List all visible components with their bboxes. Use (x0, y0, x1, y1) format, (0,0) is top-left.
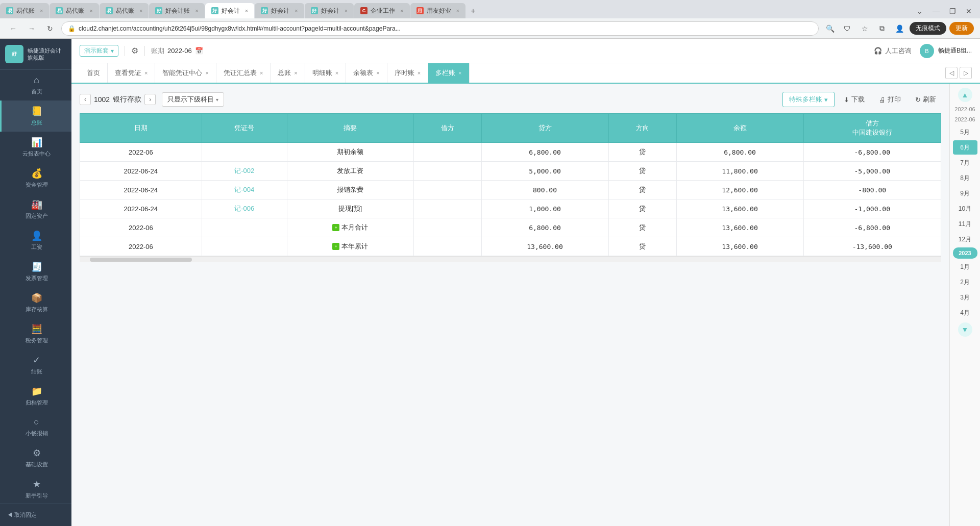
browser-tab-2[interactable]: 易 易代账 × (50, 3, 99, 18)
calendar-month-12[interactable]: 12月 (953, 232, 977, 246)
shield-icon[interactable]: 🛡 (840, 21, 854, 36)
voucher-link-2[interactable]: 记-002 (234, 167, 254, 174)
tab-view-voucher[interactable]: 查看凭证 × (108, 63, 155, 83)
sidebar-item-archive[interactable]: 📁 归档管理 (0, 381, 71, 412)
guide-icon: ★ (33, 479, 41, 490)
browser-tab-9[interactable]: 用 用友好业 × (410, 3, 465, 18)
sidebar-item-funds[interactable]: 💰 资金管理 (0, 163, 71, 194)
tab-voucher-summary-close[interactable]: × (260, 70, 263, 76)
tab-close-2[interactable]: × (89, 8, 92, 14)
calendar-month-9[interactable]: 9月 (953, 186, 977, 201)
browser-tab-4[interactable]: 好 好会计账 × (149, 3, 204, 18)
sidebar-item-xiaochang[interactable]: ○ 小畅报销 (0, 412, 71, 442)
tab-view-voucher-close[interactable]: × (144, 70, 148, 76)
tab-close-9[interactable]: × (456, 8, 459, 14)
browser-tab-7[interactable]: 好 好会计 × (305, 3, 354, 18)
horizontal-scrollbar[interactable] (80, 256, 941, 262)
voucher-link-4[interactable]: 记-006 (234, 205, 254, 212)
browser-tab-8[interactable]: C 企业工作 × (354, 3, 409, 18)
calendar-month-10[interactable]: 10月 (953, 202, 977, 216)
search-icon[interactable]: 🔍 (823, 21, 837, 36)
tab-sequence-ledger-close[interactable]: × (418, 70, 421, 76)
sidebar-item-salary[interactable]: 👤 工资 (0, 225, 71, 256)
tab-sequence-ledger[interactable]: 序时账 × (387, 63, 428, 83)
new-tab-button[interactable]: + (466, 4, 480, 18)
tab-list-button[interactable]: ⌄ (913, 4, 927, 18)
tab-general-ledger[interactable]: 总账 × (271, 63, 305, 83)
browser-tab-6[interactable]: 好 好会计 × (255, 3, 304, 18)
tab-multi-col[interactable]: 多栏账 × (428, 63, 469, 83)
browser-tab-5[interactable]: 好 好会计 × (205, 3, 254, 18)
star-icon[interactable]: ☆ (857, 21, 872, 36)
sidebar-item-reports[interactable]: 📊 云报表中心 (0, 132, 71, 163)
calendar-up-button[interactable]: ▲ (958, 88, 972, 102)
tab-detail-ledger[interactable]: 明细账 × (305, 63, 346, 83)
tab-close-5[interactable]: × (245, 8, 248, 14)
tab-close-3[interactable]: × (139, 8, 142, 14)
calendar-month-11[interactable]: 11月 (953, 217, 977, 231)
voucher-link-3[interactable]: 记-004 (234, 186, 254, 193)
restore-button[interactable]: ❐ (945, 4, 960, 18)
calendar-month-2023-1[interactable]: 1月 (953, 260, 977, 274)
tab-voucher-summary[interactable]: 凭证汇总表 × (216, 63, 271, 83)
sidebar-item-ledger[interactable]: 📒 总账 (0, 101, 71, 132)
calendar-month-2023-4[interactable]: 4月 (953, 306, 977, 320)
tab-home[interactable]: 首页 (80, 63, 108, 83)
sidebar-item-home[interactable]: ⌂ 首页 (0, 70, 71, 101)
sidebar-item-guide[interactable]: ★ 新手引导 (0, 473, 71, 504)
expand-button[interactable]: ▷ (960, 67, 972, 79)
minimize-button[interactable]: — (929, 4, 943, 18)
calendar-icon[interactable]: 📅 (195, 47, 203, 55)
refresh-browser-button[interactable]: ↻ (43, 21, 57, 36)
tab-detail-ledger-close[interactable]: × (335, 70, 338, 76)
calendar-month-7[interactable]: 7月 (953, 156, 977, 170)
consult-button[interactable]: 🎧 人工咨询 (874, 46, 912, 56)
sidebar-item-close[interactable]: ✓ 结账 (0, 349, 71, 381)
tab-smart-voucher[interactable]: 智能凭证中心 × (155, 63, 216, 83)
tab-multi-col-close[interactable]: × (458, 70, 461, 76)
multi-col-button[interactable]: 特殊多栏账 ▾ (782, 92, 835, 107)
print-button[interactable]: 🖨 打印 (874, 92, 906, 107)
collapse-button[interactable]: ◁ (945, 67, 958, 79)
calendar-down-button[interactable]: ▼ (958, 322, 972, 337)
calendar-month-5[interactable]: 5月 (953, 125, 977, 139)
scroll-thumb[interactable] (90, 258, 192, 262)
tab-general-ledger-close[interactable]: × (294, 70, 297, 76)
prev-account-button[interactable]: ‹ (80, 94, 91, 105)
refresh-ledger-button[interactable]: ↻ 刷新 (910, 92, 941, 107)
update-button[interactable]: 更新 (949, 22, 974, 35)
unpin-button[interactable]: ◀ 取消固定 (4, 508, 67, 522)
subsidiary-filter[interactable]: 只显示下级科目 ▾ (162, 92, 224, 107)
cell-summary-1: 期初余额 (287, 143, 413, 162)
tab-balance-table-close[interactable]: × (376, 70, 379, 76)
forward-button[interactable]: → (24, 21, 39, 36)
url-bar[interactable]: 🔒 cloud2.chanjet.com/accounting/uh26t264… (61, 21, 819, 36)
sidebar-item-invoice[interactable]: 🧾 发票管理 (0, 256, 71, 287)
next-account-button[interactable]: › (144, 94, 156, 105)
sidebar-item-assets[interactable]: 🏭 固定资产 (0, 194, 71, 225)
calendar-month-2023-3[interactable]: 3月 (953, 290, 977, 305)
browser-tab-1[interactable]: 易 易代账 × (0, 3, 49, 18)
tab-close-1[interactable]: × (40, 8, 43, 14)
calendar-month-6[interactable]: 6月 (953, 140, 977, 155)
sidebar-item-settings[interactable]: ⚙ 基础设置 (0, 442, 71, 473)
tab-smart-voucher-close[interactable]: × (205, 70, 208, 76)
tab-close-8[interactable]: × (400, 8, 403, 14)
sidebar-item-tax[interactable]: 🧮 税务管理 (0, 318, 71, 349)
calendar-month-2023-2[interactable]: 2月 (953, 275, 977, 289)
close-window-button[interactable]: ✕ (962, 4, 976, 18)
tab-close-6[interactable]: × (295, 8, 298, 14)
tab-close-4[interactable]: × (195, 8, 198, 14)
calendar-month-8[interactable]: 8月 (953, 171, 977, 185)
settings-gear-icon[interactable]: ⚙ (131, 46, 138, 56)
demo-badge[interactable]: 演示账套 ▾ (80, 45, 118, 57)
tab-balance-table[interactable]: 余额表 × (346, 63, 387, 83)
browser-tab-3[interactable]: 易 易代账 × (100, 3, 149, 18)
profile-icon[interactable]: 👤 (892, 21, 906, 36)
stealth-mode-button[interactable]: 无痕模式 (910, 22, 946, 35)
tab-close-7[interactable]: × (345, 8, 348, 14)
download-button[interactable]: ⬇ 下载 (839, 92, 870, 107)
sidebar-item-inventory[interactable]: 📦 库存核算 (0, 287, 71, 318)
split-view-icon[interactable]: ⧉ (875, 21, 889, 36)
back-button[interactable]: ← (6, 21, 20, 36)
